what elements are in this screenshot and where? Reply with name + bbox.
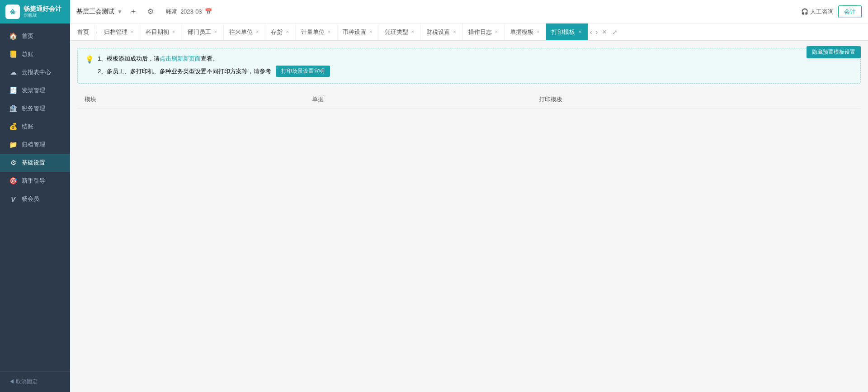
tab-label: 计量单位 (301, 28, 325, 36)
table-header-row: 模块 单据 打印模板 (77, 91, 861, 109)
notice-line2-wrap: 2、多员工、多打印机、多种业务类型设置不同打印方案等，请参考 打印场景设置宣明 (98, 66, 330, 77)
tab-tax-settings[interactable]: 财税设置 × (421, 24, 462, 41)
account-button[interactable]: 会计 (838, 5, 862, 18)
logo-area: 会 畅捷通好会计 旗舰版 (0, 0, 70, 24)
app-name: 畅捷通好会计 (24, 5, 61, 13)
customer-service-label: 人工咨询 (810, 8, 834, 16)
home-icon: 🏠 (9, 32, 17, 40)
tab-print-template[interactable]: 打印模板 × (546, 24, 588, 41)
tab-next-button[interactable]: › (594, 24, 600, 41)
tab-close-icon[interactable]: × (536, 29, 540, 35)
tab-voucher-type[interactable]: 凭证类型 × (379, 24, 421, 41)
sidebar-item-basic-settings[interactable]: ⚙ 基础设置 (0, 154, 70, 172)
tab-label: 币种设置 (343, 28, 366, 36)
tab-currency[interactable]: 币种设置 × (337, 24, 379, 41)
period-info: 账期 2023-03 📅 (166, 8, 212, 16)
content-inner: 隐藏预置模板设置 💡 1、模板添加成功后，请点击刷新新页面查看。 2、多员工、多… (70, 41, 868, 116)
sidebar-item-archive[interactable]: 📁 归档管理 (0, 136, 70, 154)
table-head: 模块 单据 打印模板 (77, 91, 861, 109)
tab-label: 归档管理 (104, 28, 127, 36)
sidebar-item-label: 新手引导 (22, 177, 45, 185)
tab-close-icon[interactable]: × (213, 29, 218, 35)
tab-label: 存货 (271, 28, 283, 36)
tab-close-icon[interactable]: × (130, 29, 134, 35)
sidebar-item-label: 云报表中心 (22, 68, 51, 76)
tab-unit[interactable]: 计量单位 × (296, 24, 337, 41)
tab-close-icon[interactable]: × (368, 29, 373, 35)
tab-prev-button[interactable]: ‹ (588, 24, 594, 41)
sidebar-item-cloud-reports[interactable]: ☁ 云报表中心 (0, 63, 70, 81)
tab-home[interactable]: 首页 (72, 24, 95, 41)
company-selector[interactable]: 基层工会测试 ▼ (76, 8, 123, 16)
company-name: 基层工会测试 (76, 8, 114, 16)
bulb-icon: 💡 (85, 55, 94, 64)
unpin-label: ◀ 取消固定 (9, 378, 38, 386)
sidebar-item-label: 首页 (22, 32, 33, 40)
hide-preview-btn[interactable]: 隐藏预置模板设置 (807, 46, 861, 58)
archive-icon: 📁 (9, 141, 17, 149)
tab-archive[interactable]: 归档管理 × (99, 24, 140, 41)
tab-voucher-template[interactable]: 单据模板 × (505, 24, 546, 41)
calendar-icon: 📅 (205, 8, 212, 15)
tab-label: 首页 (77, 28, 89, 36)
sidebar-item-label: 畅会员 (22, 195, 39, 203)
data-table: 模块 单据 打印模板 (77, 91, 861, 109)
tab-close-icon[interactable]: × (171, 29, 176, 35)
period-label: 账期 (166, 8, 178, 16)
breadcrumb-separator: ‹ (95, 29, 99, 35)
tab-close-icon[interactable]: × (327, 29, 331, 35)
sidebar-item-label: 结账 (22, 123, 33, 131)
sidebar-item-label: 税务管理 (22, 104, 45, 113)
headset-icon: 🎧 (801, 8, 808, 15)
settings-button[interactable]: ⚙ (144, 5, 157, 18)
tab-label: 凭证类型 (385, 28, 408, 36)
sidebar-item-checkout[interactable]: 💰 结账 (0, 118, 70, 136)
tab-label: 操作日志 (468, 28, 492, 36)
add-tab-button[interactable]: ＋ (127, 5, 140, 18)
sidebar-item-home[interactable]: 🏠 首页 (0, 27, 70, 45)
sidebar: 会 畅捷通好会计 旗舰版 🏠 首页 📒 总账 ☁ 云报表中心 🧾 发票管理 🏦 … (0, 0, 70, 392)
tab-close-icon[interactable]: × (410, 29, 415, 35)
tab-subject-init[interactable]: 科目期初 × (140, 24, 182, 41)
tab-nav-buttons: ‹ › × ⤢ (588, 24, 620, 41)
col-voucher: 单据 (305, 91, 532, 109)
tab-counterparty[interactable]: 往来单位 × (224, 24, 265, 41)
sidebar-item-label: 归档管理 (22, 141, 45, 149)
sidebar-item-guide[interactable]: 🎯 新手引导 (0, 172, 70, 190)
invoice-icon: 🧾 (9, 86, 17, 94)
tab-label: 单据模板 (510, 28, 533, 36)
sidebar-item-member[interactable]: V 畅会员 (0, 190, 70, 208)
notice-suffix: 查看。 (201, 55, 218, 62)
explain-btn[interactable]: 打印场景设置宣明 (276, 66, 330, 77)
tab-label: 财税设置 (426, 28, 450, 36)
sidebar-item-ledger[interactable]: 📒 总账 (0, 45, 70, 63)
main-area: 基层工会测试 ▼ ＋ ⚙ 账期 2023-03 📅 🎧 人工咨询 会计 首页 ‹… (70, 0, 868, 392)
settings-icon: ⚙ (9, 159, 17, 167)
guide-icon: 🎯 (9, 177, 17, 185)
header-right: 🎧 人工咨询 会计 (801, 5, 862, 18)
sidebar-nav: 🏠 首页 📒 总账 ☁ 云报表中心 🧾 发票管理 🏦 税务管理 💰 结账 📁 归… (0, 24, 70, 371)
content-area: 隐藏预置模板设置 💡 1、模板添加成功后，请点击刷新新页面查看。 2、多员工、多… (70, 41, 868, 392)
tab-close-icon[interactable]: × (255, 29, 259, 35)
tab-department[interactable]: 部门员工 × (182, 24, 224, 41)
data-table-wrap: 模块 单据 打印模板 (77, 91, 861, 109)
notice-line2: 2、多员工、多打印机、多种业务类型设置不同打印方案等，请参考 (98, 67, 271, 76)
tab-operation-log[interactable]: 操作日志 × (463, 24, 505, 41)
tab-close-icon[interactable]: × (577, 29, 582, 35)
col-module: 模块 (77, 91, 305, 109)
tab-close-all-button[interactable]: × (599, 24, 609, 41)
unpin-button[interactable]: ◀ 取消固定 (0, 371, 70, 392)
sidebar-item-invoice[interactable]: 🧾 发票管理 (0, 81, 70, 99)
tab-close-icon[interactable]: × (494, 29, 499, 35)
tab-close-icon[interactable]: × (285, 29, 289, 35)
customer-service-btn[interactable]: 🎧 人工咨询 (801, 8, 834, 16)
ledger-icon: 📒 (9, 50, 17, 58)
sidebar-item-label: 总账 (22, 50, 33, 58)
sidebar-item-tax[interactable]: 🏦 税务管理 (0, 99, 70, 118)
tab-expand-button[interactable]: ⤢ (609, 24, 620, 41)
tab-label: 打印模板 (552, 28, 575, 36)
notice-link[interactable]: 点击刷新新页面 (160, 55, 201, 62)
tab-close-icon[interactable]: × (452, 29, 457, 35)
period-value: 2023-03 (180, 8, 202, 15)
tab-inventory[interactable]: 存货 × (265, 24, 295, 41)
